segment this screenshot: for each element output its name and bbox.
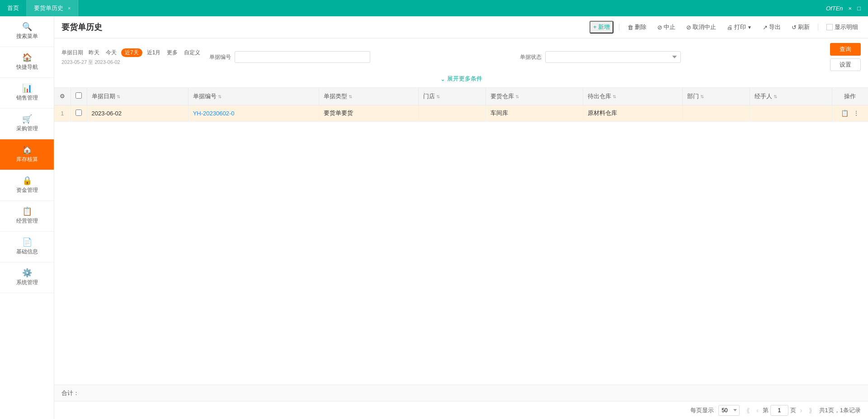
refresh-btn-label: 刷新 bbox=[798, 23, 810, 31]
cancel-stop-icon: ⊘ bbox=[686, 24, 691, 31]
tab-home[interactable]: 单据日期 首页 bbox=[0, 0, 27, 16]
show-detail-btn[interactable]: 显示明细 bbox=[824, 22, 861, 33]
expand-more-btn[interactable]: ⌄ 展开更多条件 bbox=[61, 75, 861, 83]
filter-bar: 单据日期 昨天 今天 近7天 近1月 更多 自定义 2023-05-27 至 2… bbox=[54, 38, 868, 88]
print-dropdown-icon: ▼ bbox=[747, 25, 752, 30]
delete-icon: 🗑 bbox=[627, 24, 633, 31]
delete-btn-label: 删除 bbox=[635, 23, 646, 31]
sidebar-purchase-mgmt-label: 采购管理 bbox=[16, 125, 38, 133]
row-checkbox[interactable] bbox=[75, 110, 82, 116]
cancel-stop-btn[interactable]: ⊘ 取消中止 bbox=[684, 22, 719, 33]
sidebar-item-finance-mgmt[interactable]: 🔒 资金管理 bbox=[0, 170, 54, 201]
refresh-icon: ↺ bbox=[792, 24, 797, 31]
sidebar-item-sales-mgmt[interactable]: 📊 销售管理 bbox=[0, 78, 54, 109]
doc-status-select[interactable] bbox=[545, 51, 681, 63]
divider-1 bbox=[619, 24, 619, 31]
data-table: ⚙ 单据日期⇅ 单据编号⇅ 单据类型⇅ 门店⇅ 要货仓库⇅ 待出仓库⇅ 部门⇅ … bbox=[54, 88, 868, 122]
page-prev-btn[interactable]: ‹ bbox=[754, 406, 761, 415]
col-checkbox[interactable] bbox=[71, 88, 87, 105]
date-7days[interactable]: 近7天 bbox=[121, 48, 142, 57]
chevron-down-icon: ⌄ bbox=[440, 76, 445, 82]
col-department[interactable]: 部门⇅ bbox=[683, 88, 750, 105]
sort-shop-icon: ⇅ bbox=[436, 94, 440, 99]
page-last-btn[interactable]: ⟫ bbox=[807, 406, 815, 415]
table-container: ⚙ 单据日期⇅ 单据编号⇅ 单据类型⇅ 门店⇅ 要货仓库⇅ 待出仓库⇅ 部门⇅ … bbox=[54, 88, 868, 385]
col-req-warehouse[interactable]: 要货仓库⇅ bbox=[486, 88, 583, 105]
date-more[interactable]: 更多 bbox=[165, 48, 179, 57]
sidebar-item-basic-info[interactable]: 📄 基础信息 bbox=[0, 232, 54, 262]
row-more-btn[interactable]: ⋮ bbox=[852, 110, 861, 117]
new-btn[interactable]: + 新增 bbox=[590, 21, 613, 33]
window-close-btn[interactable]: × bbox=[849, 5, 852, 12]
query-btn[interactable]: 查询 bbox=[830, 43, 861, 56]
col-pending-warehouse[interactable]: 待出仓库⇅ bbox=[583, 88, 682, 105]
sort-handler-icon: ⇅ bbox=[774, 94, 777, 99]
table-body: 1 2023-06-02 YH-20230602-0 要货单要货 车间库 原材料… bbox=[54, 105, 868, 121]
settings-btn[interactable]: 设置 bbox=[830, 58, 861, 71]
footer-total: 合计： bbox=[54, 385, 868, 401]
row-edit-btn[interactable]: 📋 bbox=[840, 110, 850, 117]
query-settings-col: 查询 设置 bbox=[830, 43, 861, 71]
cell-req-warehouse: 车间库 bbox=[486, 105, 583, 121]
table-row: 1 2023-06-02 YH-20230602-0 要货单要货 车间库 原材料… bbox=[54, 105, 868, 121]
stop-btn-label: 中止 bbox=[664, 23, 675, 31]
page-first-btn[interactable]: ⟪ bbox=[744, 406, 752, 415]
doc-status-filter-group: 单据状态 bbox=[520, 51, 823, 63]
cell-doc-date: 2023-06-02 bbox=[87, 105, 188, 121]
date-custom[interactable]: 自定义 bbox=[182, 48, 202, 57]
date-1month[interactable]: 近1月 bbox=[145, 48, 163, 57]
date-filter-group: 单据日期 昨天 今天 近7天 近1月 更多 自定义 2023-05-27 至 2… bbox=[61, 48, 202, 66]
tab-close-icon[interactable]: × bbox=[68, 5, 71, 11]
sidebar-quick-nav-label: 快捷导航 bbox=[16, 63, 38, 71]
stop-btn[interactable]: ⊘ 中止 bbox=[655, 22, 678, 33]
sidebar-item-ops-mgmt[interactable]: 📋 经营管理 bbox=[0, 201, 54, 232]
col-shop[interactable]: 门店⇅ bbox=[418, 88, 486, 105]
delete-btn[interactable]: 🗑 删除 bbox=[625, 22, 649, 33]
new-btn-label: + 新增 bbox=[593, 23, 610, 31]
sidebar-item-inventory[interactable]: 🏠 库存核算 bbox=[0, 139, 54, 170]
date-yesterday[interactable]: 昨天 bbox=[87, 48, 101, 57]
sort-doc-number-icon: ⇅ bbox=[218, 94, 222, 99]
col-settings[interactable]: ⚙ bbox=[54, 88, 71, 105]
date-today[interactable]: 今天 bbox=[104, 48, 118, 57]
tab-order-history[interactable]: 要货单历史 × bbox=[27, 0, 78, 16]
cancel-stop-btn-label: 取消中止 bbox=[693, 23, 716, 31]
refresh-btn[interactable]: ↺ 刷新 bbox=[789, 22, 812, 33]
footer-total-label: 合计： bbox=[61, 389, 79, 397]
ops-mgmt-icon: 📋 bbox=[22, 207, 32, 215]
print-btn[interactable]: 🖨 打印 ▼ bbox=[724, 22, 755, 33]
select-all-checkbox[interactable] bbox=[75, 92, 82, 99]
pagination-bar: 每页显示 20 50 100 ⟪ ‹ 第 页 › ⟫ 共1页，1条记录 bbox=[54, 401, 868, 419]
row-checkbox-cell[interactable] bbox=[71, 105, 87, 121]
page-nav: ⟪ ‹ 第 页 › ⟫ bbox=[744, 405, 814, 416]
doc-number-link[interactable]: YH-20230602-0 bbox=[193, 110, 235, 117]
table-header: ⚙ 单据日期⇅ 单据编号⇅ 单据类型⇅ 门店⇅ 要货仓库⇅ 待出仓库⇅ 部门⇅ … bbox=[54, 88, 868, 105]
export-btn[interactable]: ↗ 导出 bbox=[760, 22, 783, 33]
cell-department bbox=[683, 105, 750, 121]
sys-mgmt-icon: ⚙️ bbox=[22, 269, 32, 277]
col-doc-date[interactable]: 单据日期⇅ bbox=[87, 88, 188, 105]
sidebar-item-quick-nav[interactable]: 🏠 快捷导航 bbox=[0, 47, 54, 78]
top-bar-right: OfTEn × □ bbox=[819, 5, 868, 12]
col-doc-type[interactable]: 单据类型⇅ bbox=[319, 88, 418, 105]
inventory-icon: 🏠 bbox=[22, 146, 32, 154]
sidebar-item-purchase-mgmt[interactable]: 🛒 采购管理 bbox=[0, 109, 54, 139]
col-doc-number[interactable]: 单据编号⇅ bbox=[188, 88, 319, 105]
main-layout: 🔍 搜索菜单 🏠 快捷导航 📊 销售管理 🛒 采购管理 🏠 库存核算 🔒 资金管… bbox=[0, 16, 868, 419]
page-label: 第 bbox=[763, 406, 769, 414]
page-size-select[interactable]: 20 50 100 bbox=[718, 405, 740, 416]
show-detail-checkbox[interactable] bbox=[826, 24, 833, 30]
page-next-btn[interactable]: › bbox=[798, 406, 805, 415]
header-actions: + 新增 🗑 删除 ⊘ 中止 ⊘ 取消中止 🖨 打印 bbox=[590, 21, 861, 33]
sidebar-finance-mgmt-label: 资金管理 bbox=[16, 186, 38, 194]
sidebar-sales-mgmt-label: 销售管理 bbox=[16, 94, 38, 102]
doc-number-input[interactable] bbox=[235, 51, 370, 63]
window-maximize-btn[interactable]: □ bbox=[857, 5, 861, 12]
row-index: 1 bbox=[54, 105, 71, 121]
col-handler[interactable]: 经手人⇅ bbox=[750, 88, 832, 105]
sidebar-item-search-menu[interactable]: 🔍 搜索菜单 bbox=[0, 16, 54, 47]
sort-pending-warehouse-icon: ⇅ bbox=[613, 94, 616, 99]
export-icon: ↗ bbox=[763, 24, 768, 31]
page-number-input[interactable] bbox=[770, 405, 788, 416]
sidebar-item-sys-mgmt[interactable]: ⚙️ 系统管理 bbox=[0, 262, 54, 293]
